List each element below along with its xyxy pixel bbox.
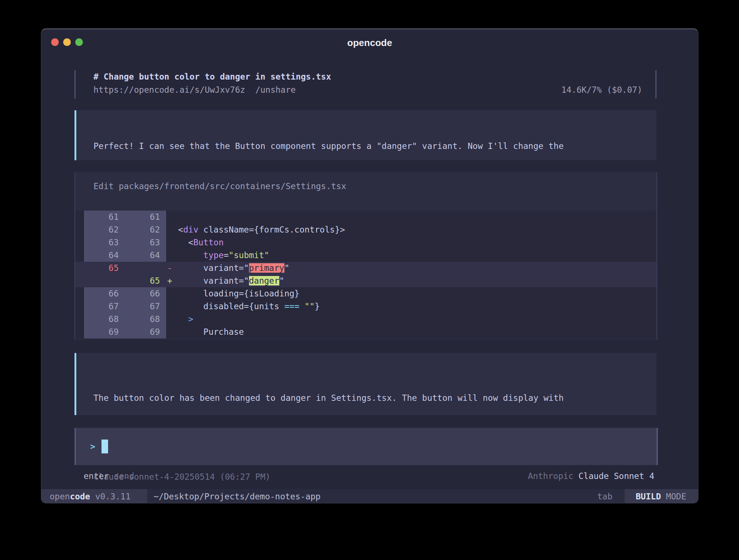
diff-row: 6868 >: [75, 313, 656, 326]
diff-rows: 61616262 <div className={formCs.controls…: [75, 211, 656, 338]
diff-row: 6666 loading={isLoading}: [75, 287, 656, 300]
header-left-rule: [74, 70, 76, 99]
diff-row: 6161: [75, 211, 656, 223]
diff-code-line: <Button: [173, 236, 656, 249]
diff-row: 6363 <Button: [75, 236, 656, 249]
tab-key-hint: tab: [597, 489, 613, 503]
app-window: opencode # Change button color to danger…: [41, 28, 698, 503]
diff-code-line: type="submit": [173, 249, 656, 262]
diff-gutter: 65: [84, 275, 166, 287]
app-version-segment: opencode v0.3.11: [41, 489, 147, 503]
diff-change-marker: [166, 211, 173, 223]
window-title: opencode: [41, 37, 698, 49]
diff-row: 6464 type="submit": [75, 249, 656, 262]
session-title: # Change button color to danger in setti…: [93, 70, 331, 83]
diff-code-line: Purchase: [173, 326, 656, 338]
text-cursor: [102, 440, 108, 453]
diff-gutter: 6262: [84, 223, 166, 236]
diff-gutter: 6666: [84, 287, 166, 300]
unshare-command[interactable]: /unshare: [255, 85, 296, 95]
diff-gutter: 6868: [84, 313, 166, 326]
status-bar: opencode v0.3.11 ~/Desktop/Projects/demo…: [41, 489, 698, 503]
message-line: The button color has been changed to dan…: [93, 391, 656, 404]
diff-row: 65- variant="primary": [75, 262, 656, 275]
prompt-input[interactable]: >: [76, 428, 656, 465]
diff-code-line: variant="danger": [173, 275, 656, 287]
working-directory: ~/Desktop/Projects/demo-notes-app: [154, 489, 321, 503]
diff-row: 6969 Purchase: [75, 326, 656, 338]
diff-change-marker: [166, 326, 173, 338]
diff-gutter: 6767: [84, 300, 166, 313]
send-hint: enter send: [84, 470, 134, 482]
diff-gutter: 6464: [84, 249, 166, 262]
assistant-message: The button color has been changed to dan…: [74, 353, 656, 415]
diff-change-marker: [166, 249, 173, 262]
diff-code-line: >: [173, 313, 656, 326]
header-right-rule: [655, 70, 656, 99]
diff-code-line: loading={isLoading}: [173, 287, 656, 300]
message-line: Perfect! I can see that the Button compo…: [93, 139, 656, 153]
diff-change-marker: +: [166, 275, 173, 287]
diff-row: 6262 <div className={formCs.controls}>: [75, 223, 656, 236]
input-right-rule: [656, 428, 658, 465]
diff-change-marker: [166, 223, 173, 236]
diff-gutter: 6161: [84, 211, 166, 223]
diff-change-marker: [166, 300, 173, 313]
token-cost-stats: 14.6K/7% ($0.07): [561, 83, 642, 96]
diff-change-marker: [166, 287, 173, 300]
diff-row: 6767 disabled={units === ""}: [75, 300, 656, 313]
diff-change-marker: -: [166, 262, 173, 275]
session-subtitle: https://opencode.ai/s/UwJxv76z /unshare: [93, 83, 296, 96]
diff-gutter: 6969: [84, 326, 166, 338]
diff-change-marker: [166, 236, 173, 249]
diff-row: 65+ variant="danger": [75, 275, 656, 287]
edit-file-header: Edit packages/frontend/src/containers/Se…: [93, 180, 346, 193]
diff-gutter: 6363: [84, 236, 166, 249]
diff-code-line: <div className={formCs.controls}>: [173, 223, 656, 236]
prompt-symbol: >: [90, 440, 95, 453]
diff-change-marker: [166, 313, 173, 326]
mode-segment[interactable]: BUILD MODE: [625, 489, 698, 503]
share-url[interactable]: https://opencode.ai/s/UwJxv76z: [93, 85, 245, 95]
diff-code-line: variant="primary": [173, 262, 656, 275]
diff-gutter: 65: [84, 262, 166, 275]
model-indicator: Anthropic Claude Sonnet 4: [528, 470, 654, 482]
diff-code-line: disabled={units === ""}: [173, 300, 656, 313]
edit-tool-block: Edit packages/frontend/src/containers/Se…: [74, 172, 657, 340]
assistant-message: Perfect! I can see that the Button compo…: [74, 110, 656, 160]
diff-code-line: [173, 211, 656, 223]
